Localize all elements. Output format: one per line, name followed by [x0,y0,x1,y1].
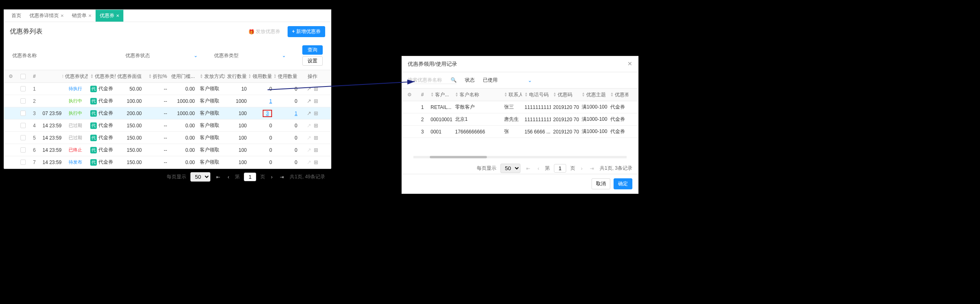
column-header[interactable]: ⚙ [402,92,417,98]
qrcode-icon[interactable]: ⊞ [314,86,318,92]
close-icon[interactable]: ✕ [116,13,119,18]
column-header[interactable]: ▲▼使用门槛... [170,73,197,80]
column-header[interactable]: ▲▼使用数量 [275,73,300,80]
checkbox-all[interactable] [20,74,26,79]
coupon-name-input[interactable] [40,51,109,60]
sort-icon[interactable]: ▲▼ [431,92,434,97]
row-checkbox[interactable] [20,98,26,104]
search-icon[interactable]: 🔍 [451,77,457,83]
modal-page-input[interactable] [554,164,566,173]
qrcode-icon[interactable]: ⊞ [314,122,318,129]
share-icon[interactable]: ↗ [307,110,311,116]
qrcode-icon[interactable]: ⊞ [314,98,318,104]
share-icon[interactable]: ↗ [307,98,311,104]
page-input[interactable] [244,173,256,181]
receive-count-link[interactable]: 3 [263,110,272,117]
settings-button[interactable]: 设置 [302,56,323,66]
column-header[interactable]: ▲▼电话号码 [522,91,551,98]
column-header[interactable] [17,74,29,79]
column-header[interactable]: ▲▼优惠券面值 [116,73,144,80]
sort-icon[interactable]: ▲▼ [148,74,152,79]
sort-icon[interactable]: ▲▼ [116,74,116,79]
search-input[interactable] [408,77,451,83]
next-page-icon[interactable]: › [269,174,274,180]
prev-page-icon[interactable]: ‹ [226,174,231,180]
first-page-icon[interactable]: ⇤ [525,166,532,171]
sort-icon[interactable]: ▲▼ [504,92,507,97]
table-row[interactable]: 2执行中代代金券100.00--1000.00客户领取100010↗⊞ [4,95,331,107]
row-checkbox[interactable] [20,123,26,128]
column-header[interactable]: 操作 [300,73,325,80]
row-checkbox[interactable] [20,160,26,165]
qrcode-icon[interactable]: ⊞ [314,159,318,165]
column-header[interactable]: # [417,92,428,98]
query-button[interactable]: 查询 [302,45,323,55]
column-header[interactable]: ▲▼优惠主题 [579,91,608,98]
qrcode-icon[interactable]: ⊞ [314,147,318,153]
gear-icon[interactable]: ⚙ [407,92,412,98]
table-row[interactable]: 3000117666666666张156 6666 ...2019120 70.… [402,126,638,138]
tab-优惠券[interactable]: 优惠券✕ [96,10,123,22]
column-header[interactable]: ▲▼折扣% [144,73,170,80]
modal-per-page-select[interactable]: 50 [500,164,520,173]
table-row[interactable]: 307 23:59执行中代代金券200.00--1000.00客户领取10031… [4,107,331,120]
table-row[interactable]: 414 23:59已过期代代金券150.00--0.00客户领取10000↗⊞ [4,120,331,132]
tab-优惠券详情页[interactable]: 优惠券详情页✕ [25,10,68,22]
close-icon[interactable]: ✕ [88,13,92,18]
sort-icon[interactable]: ▲▼ [275,74,277,79]
column-header[interactable]: ▲▼领用数量 [249,73,275,80]
row-checkbox[interactable] [20,111,26,116]
close-icon[interactable]: ✕ [60,13,64,18]
column-header[interactable]: # [29,73,40,79]
sort-icon[interactable]: ▲▼ [455,92,458,97]
sort-icon[interactable]: ▲▼ [170,74,170,79]
last-page-icon[interactable]: ⇥ [278,174,286,180]
receive-count-link[interactable]: 1 [269,98,272,104]
column-header[interactable]: ▲▼优惠券状态 [63,73,88,80]
confirm-button[interactable]: 确定 [614,178,632,189]
row-checkbox[interactable] [20,86,26,91]
search-box[interactable]: 🔍 [408,76,457,84]
sort-icon[interactable]: ▲▼ [90,74,94,79]
sort-icon[interactable]: ▲▼ [525,92,528,97]
sort-icon[interactable]: ▲▼ [63,74,64,79]
first-page-icon[interactable]: ⇤ [214,174,222,180]
column-header[interactable]: ▲▼优惠券类 [608,91,628,98]
horizontal-scrollbar[interactable] [413,156,627,158]
issue-coupon-button[interactable]: 🎁发放优惠券 [244,27,284,37]
tab-销货单[interactable]: 销货单✕ [68,10,96,22]
column-header[interactable]: ⚙ [4,73,17,79]
gear-icon[interactable]: ⚙ [9,73,13,79]
qrcode-icon[interactable]: ⊞ [314,110,318,116]
row-checkbox[interactable] [20,135,26,140]
column-header[interactable]: ▲▼联系人 [502,91,522,98]
coupon-type-select[interactable]: ⌄ [242,53,286,58]
next-page-icon[interactable]: › [579,166,584,171]
sort-icon[interactable]: ▲▼ [610,92,614,97]
share-icon[interactable]: ↗ [307,86,311,92]
table-row[interactable]: 1待执行代代金券50.00--0.00客户领取1000↗⊞ [4,83,331,95]
sort-icon[interactable]: ▲▼ [249,74,251,79]
row-checkbox[interactable] [20,147,26,153]
cancel-button[interactable]: 取消 [592,178,610,189]
close-icon[interactable]: ✕ [627,60,632,68]
table-row[interactable]: 714 23:59待发布代代金券150.00--0.00客户领取10000↗⊞ [4,156,331,169]
sort-icon[interactable]: ▲▼ [553,92,556,97]
per-page-select[interactable]: 50 [190,172,210,182]
column-header[interactable]: ▲▼发行数量 [224,73,249,80]
sort-icon[interactable]: ▲▼ [200,74,203,79]
table-row[interactable]: 200010001北京1唐先生111111111112019120 70...满… [402,113,638,126]
column-header[interactable]: ▲▼客户名称 [453,91,502,98]
coupon-status-select[interactable]: ⌄ [153,53,198,58]
sort-icon[interactable]: ▲▼ [224,74,226,79]
table-row[interactable]: 1RETAIL...零散客户张三111111111112019120 70...… [402,101,638,113]
prev-page-icon[interactable]: ‹ [536,166,541,171]
modal-status-select[interactable]: ⌄ [501,78,532,83]
column-header[interactable]: ▲▼优惠码 [551,91,579,98]
table-row[interactable]: 614 23:59已终止代代金券150.00--0.00客户领取10000↗⊞ [4,144,331,156]
column-header[interactable]: ▲▼优惠券类型 [88,73,116,80]
qrcode-icon[interactable]: ⊞ [314,135,318,141]
tab-首页[interactable]: 首页 [7,10,25,22]
column-header[interactable]: ▲▼发放方式 [197,73,224,80]
table-row[interactable]: 514 23:59已过期代代金券150.00--0.00客户领取10000↗⊞ [4,132,331,144]
